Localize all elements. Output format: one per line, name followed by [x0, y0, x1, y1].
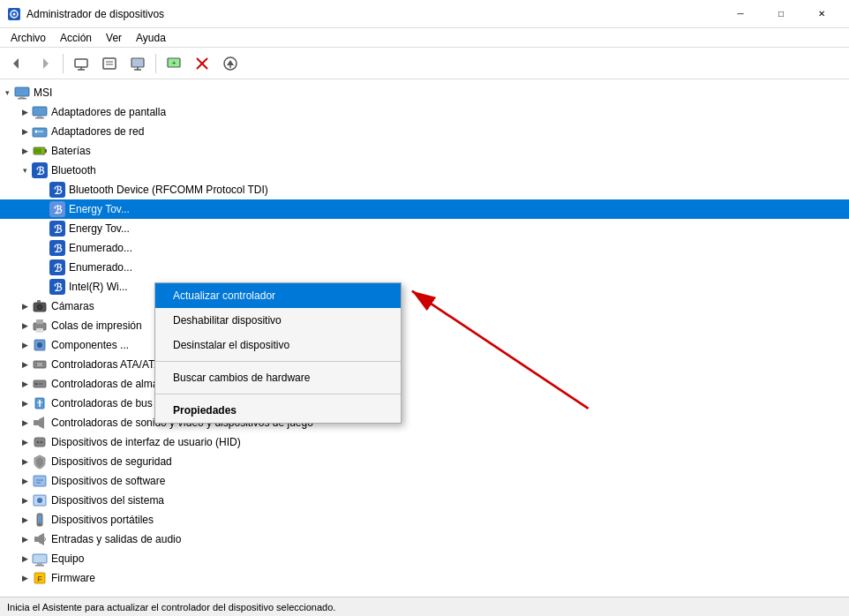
menu-accion[interactable]: Acción: [53, 30, 99, 46]
svg-rect-32: [34, 149, 41, 154]
add-hardware-button[interactable]: +: [161, 51, 187, 76]
tree-item-disp-seg[interactable]: ▶ Dispositivos de seguridad: [0, 452, 849, 471]
tree-item-disp-port[interactable]: ▶ Dispositivos portátiles: [0, 510, 849, 530]
monitor-button[interactable]: [124, 51, 151, 76]
svg-rect-25: [37, 116, 42, 117]
equipo-label: Equipo: [51, 552, 84, 565]
list-button[interactable]: [96, 51, 123, 76]
tree-item-enumerado1[interactable]: ▶ ℬ Enumerado...: [0, 238, 849, 258]
toggle-camaras[interactable]: ▶: [18, 299, 32, 313]
ctx-desinstalar[interactable]: Desinstalar el dispositivo: [155, 333, 401, 357]
bt-rfcomm-icon: ℬ: [49, 182, 65, 198]
tree-item-bt-rfcomm[interactable]: ▶ ℬ Bluetooth Device (RFCOMM Protocol TD…: [0, 180, 849, 199]
device-tree[interactable]: ▾ MSI ▶ Adaptadores de pantal: [0, 79, 849, 597]
svg-rect-67: [34, 438, 45, 447]
tree-item-entradas-audio[interactable]: ▶ Entradas y salidas de audio: [0, 530, 849, 549]
tree-item-ctrl-alm[interactable]: ▶ Controladoras de almacenamiento: [0, 374, 849, 394]
ctx-deshabilitar[interactable]: Deshabilitar dispositivo: [155, 308, 401, 333]
forward-button[interactable]: [32, 51, 58, 76]
update-driver-button[interactable]: [217, 51, 244, 76]
app-icon: [7, 7, 21, 21]
remove-button[interactable]: [189, 51, 215, 76]
toggle-msi[interactable]: ▾: [0, 86, 14, 100]
disp-soft-label: Dispositivos de software: [51, 475, 165, 487]
svg-point-68: [37, 441, 40, 444]
svg-point-28: [35, 131, 38, 133]
maximize-button[interactable]: □: [761, 0, 801, 28]
bt-enum2-icon: ℬ: [49, 259, 65, 275]
tree-item-msi[interactable]: ▾ MSI: [0, 83, 849, 102]
toggle-ctrl-bus[interactable]: ▶: [18, 396, 32, 410]
tree-item-baterias[interactable]: ▶ Baterías: [0, 141, 849, 161]
device-view-button[interactable]: [68, 51, 94, 76]
tree-item-ctrl-ata[interactable]: ▶ Controladoras ATA/ATAPI IDE: [0, 355, 849, 374]
window-controls: ─ □ ✕: [720, 0, 842, 28]
toggle-disp-sis[interactable]: ▶: [18, 493, 32, 507]
ctx-actualizar[interactable]: Actualizar controlador: [155, 283, 401, 308]
audio-io-icon: [32, 531, 48, 547]
printer-icon: [32, 318, 48, 334]
menu-ver[interactable]: Ver: [99, 30, 129, 46]
svg-rect-52: [36, 319, 43, 324]
tree-item-intel-wi[interactable]: ▶ ℬ Intel(R) Wi...: [0, 277, 849, 297]
svg-rect-21: [15, 87, 29, 96]
toggle-disp-hid[interactable]: ▶: [18, 435, 32, 449]
toggle-firmware[interactable]: ▶: [18, 571, 32, 585]
tree-item-energy-tow2[interactable]: ▶ ℬ Energy Tov...: [0, 219, 849, 238]
toggle-disp-port[interactable]: ▶: [18, 513, 32, 527]
ctx-propiedades[interactable]: Propiedades: [155, 398, 401, 423]
tree-item-firmware[interactable]: ▶ F Firmware: [0, 568, 849, 588]
tree-item-camaras[interactable]: ▶ Cámaras: [0, 297, 849, 316]
storage-controller-icon: [32, 376, 48, 392]
tree-item-disp-sis[interactable]: ▶ Dispositivos del sistema: [0, 491, 849, 510]
ctx-buscar[interactable]: Buscar cambios de hardware: [155, 365, 401, 390]
toggle-intel-wi: ▶: [35, 280, 49, 294]
toggle-colas[interactable]: ▶: [18, 319, 32, 333]
tree-item-ctrl-bus[interactable]: ▶ Controladoras de bus serie universal: [0, 394, 849, 413]
toggle-baterias[interactable]: ▶: [18, 144, 32, 158]
tree-item-componentes[interactable]: ▶ Componentes ...: [0, 335, 849, 355]
toggle-entradas-audio[interactable]: ▶: [18, 532, 32, 546]
toggle-bt-rfcomm: ▶: [35, 183, 49, 197]
toggle-ctrl-alm[interactable]: ▶: [18, 377, 32, 391]
bluetooth-label: Bluetooth: [51, 164, 96, 177]
disp-seg-label: Dispositivos de seguridad: [51, 455, 172, 468]
tree-item-colas-impre[interactable]: ▶ Colas de impresión: [0, 316, 849, 335]
toggle-bluetooth[interactable]: ▾: [18, 163, 32, 177]
toggle-disp-soft[interactable]: ▶: [18, 474, 32, 488]
toggle-adaptadores-red[interactable]: ▶: [18, 124, 32, 139]
toggle-ctrl-ata[interactable]: ▶: [18, 357, 32, 372]
close-button[interactable]: ✕: [801, 0, 842, 28]
audio-controller-icon: [32, 415, 48, 431]
tree-item-adaptadores-pantalla[interactable]: ▶ Adaptadores de pantalla: [0, 102, 849, 122]
tree-item-disp-hid[interactable]: ▶ Dispositivos de interfaz de usuario (H…: [0, 432, 849, 452]
toggle-adaptadores-pantalla[interactable]: ▶: [18, 105, 32, 119]
energy-tow2-label: Energy Tov...: [69, 222, 130, 235]
back-button[interactable]: [4, 51, 30, 76]
tree-item-equipo[interactable]: ▶ Equipo: [0, 549, 849, 568]
toggle-disp-seg[interactable]: ▶: [18, 454, 32, 469]
network-adapter-icon: [32, 124, 48, 139]
camera-device-icon: [32, 298, 48, 314]
tree-item-adaptadores-red[interactable]: ▶ Adaptadores de red: [0, 122, 849, 141]
menu-archivo[interactable]: Archivo: [4, 30, 53, 46]
toggle-ctrl-son[interactable]: ▶: [18, 416, 32, 430]
tree-item-enumerado2[interactable]: ▶ ℬ Enumerado...: [0, 258, 849, 277]
svg-marker-66: [39, 417, 44, 429]
toggle-energy-tow2: ▶: [35, 222, 49, 236]
svg-point-69: [41, 441, 43, 444]
minimize-button[interactable]: ─: [720, 0, 761, 28]
svg-rect-65: [34, 420, 39, 425]
toggle-enum2: ▶: [35, 260, 49, 274]
svg-point-49: [38, 305, 41, 309]
svg-point-55: [37, 342, 42, 348]
menu-ayuda[interactable]: Ayuda: [129, 30, 173, 46]
firmware-label: Firmware: [51, 572, 95, 584]
toggle-equipo[interactable]: ▶: [18, 552, 32, 566]
toggle-componentes[interactable]: ▶: [18, 338, 32, 352]
tree-item-disp-soft[interactable]: ▶ Dispositivos de software: [0, 471, 849, 491]
tree-item-ctrl-son[interactable]: ▶ Controladoras de sonido y vídeo y disp…: [0, 413, 849, 432]
tree-item-bluetooth[interactable]: ▾ ℬ Bluetooth: [0, 161, 849, 180]
tree-item-energy-tow1[interactable]: ▶ ℬ Energy Tov...: [0, 199, 849, 219]
svg-rect-81: [37, 563, 42, 565]
